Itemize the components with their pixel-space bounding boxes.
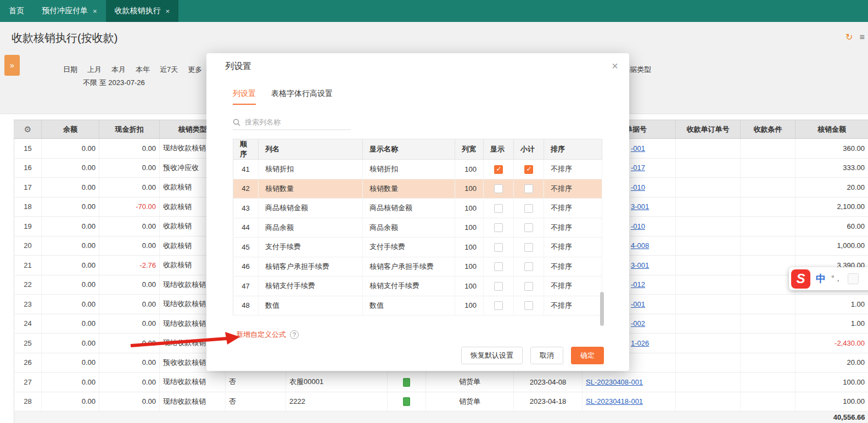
cell-sort[interactable]: 不排序	[544, 179, 602, 199]
header-balance[interactable]: 余额	[42, 120, 99, 139]
show-checkbox[interactable]	[494, 243, 503, 252]
ime-logo-icon[interactable]: S	[791, 269, 810, 289]
doc-no-link[interactable]: SL-20230408-001	[586, 378, 643, 386]
cell-display-name[interactable]: 数值	[363, 296, 455, 315]
cell-cash-discount: 0.00	[99, 217, 160, 236]
menu-icon[interactable]: ≡	[859, 32, 864, 42]
table-row[interactable]: 28 0.00 0.00 现结收款核销 否 2222 销货单 2023-04-1…	[14, 392, 868, 411]
subtotal-checkbox[interactable]	[524, 184, 533, 193]
header-cash-discount[interactable]: 现金折扣	[99, 120, 160, 139]
help-icon[interactable]: ?	[290, 330, 299, 339]
cell-writeoff-amount: 20.00	[796, 178, 868, 198]
refresh-icon[interactable]: ↻	[845, 32, 853, 42]
doc-no-link[interactable]: SL-20230418-001	[586, 397, 643, 405]
subtotal-checkbox[interactable]	[524, 223, 533, 232]
gear-icon[interactable]: ⚙	[24, 125, 31, 134]
cell-display-name[interactable]: 核销客户承担手续费	[363, 257, 455, 277]
filter-last-7-days[interactable]: 近7天	[160, 65, 178, 75]
cell-display-name[interactable]: 商品余额	[363, 218, 455, 238]
scrollbar-thumb[interactable]	[600, 292, 604, 326]
show-checkbox[interactable]	[494, 301, 503, 310]
cell-cash-discount: 0.00	[99, 334, 160, 353]
cell-sort[interactable]: 不排序	[544, 296, 602, 315]
ime-language-toggle[interactable]: 中	[816, 272, 826, 285]
subtotal-checkbox[interactable]	[524, 301, 533, 310]
cell-width[interactable]: 100	[455, 218, 484, 238]
cell-sort[interactable]: 不排序	[544, 257, 602, 277]
show-checkbox[interactable]	[494, 282, 503, 291]
cell-display-name[interactable]: 商品核销金额	[363, 199, 455, 218]
header-receipt-condition[interactable]: 收款条件	[741, 120, 796, 139]
filter-more[interactable]: 更多	[188, 65, 202, 75]
cell-order-no	[676, 314, 741, 334]
show-checkbox[interactable]	[494, 184, 503, 193]
cell-width[interactable]: 100	[455, 277, 484, 296]
search-input[interactable]	[245, 118, 344, 126]
filter-this-month[interactable]: 本月	[111, 65, 126, 75]
cell-width[interactable]: 100	[455, 257, 484, 277]
header-writeoff-amount[interactable]: 核销金额	[796, 120, 868, 139]
cell-width[interactable]: 100	[455, 160, 484, 179]
subtotal-checkbox[interactable]	[524, 204, 533, 213]
column-setting-row[interactable]: 42 核销数量 核销数量 100 不排序	[233, 179, 602, 199]
show-checkbox[interactable]	[494, 223, 503, 232]
column-setting-row[interactable]: 47 核销支付手续费 核销支付手续费 100 不排序	[233, 277, 602, 296]
close-icon[interactable]: ×	[166, 7, 170, 15]
cell-doc-date: 2023-04-08	[514, 373, 583, 392]
tab-home[interactable]: 首页	[0, 0, 33, 22]
table-row[interactable]: 27 0.00 0.00 现结收款核销 否 衣服00001 销货单 2023-0…	[14, 373, 868, 392]
attachment-icon[interactable]	[403, 378, 410, 387]
cell-sort[interactable]: 不排序	[544, 218, 602, 238]
tab-receipt-writeoff[interactable]: 收款核销执行 ×	[106, 0, 179, 22]
cell-sort[interactable]: 不排序	[544, 199, 602, 218]
show-checkbox[interactable]	[494, 204, 503, 213]
cell-display-name[interactable]: 核销折扣	[363, 160, 455, 179]
add-custom-formula-link[interactable]: 新增自定义公式	[236, 330, 286, 340]
cell-sort[interactable]: 不排序	[544, 277, 602, 296]
cell-sort[interactable]: 不排序	[544, 238, 602, 257]
cell-display-name[interactable]: 核销数量	[363, 179, 455, 199]
show-checkbox[interactable]	[494, 262, 503, 271]
column-setting-row[interactable]: 45 支付手续费 支付手续费 100 不排序	[233, 238, 602, 257]
cell-width[interactable]: 100	[455, 199, 484, 218]
confirm-button[interactable]: 确定	[571, 347, 604, 364]
subtotal-checkbox[interactable]	[524, 282, 533, 291]
column-setting-row[interactable]: 43 商品核销金额 商品核销金额 100 不排序	[233, 199, 602, 218]
ime-settings-icon[interactable]	[848, 273, 859, 284]
cell-sort[interactable]: 不排序	[544, 160, 602, 179]
filter-last-month[interactable]: 上月	[87, 65, 102, 75]
restore-defaults-button[interactable]: 恢复默认设置	[461, 347, 523, 364]
close-icon[interactable]: ×	[612, 60, 618, 72]
cell-row-number: 16	[14, 158, 42, 178]
cell-width[interactable]: 100	[455, 238, 484, 257]
cell-display-name[interactable]: 核销支付手续费	[363, 277, 455, 296]
cell-item: 2222	[286, 392, 388, 411]
cell-width[interactable]: 100	[455, 179, 484, 199]
tab-column-settings[interactable]: 列设置	[233, 89, 256, 105]
cell-display-name[interactable]: 支付手续费	[363, 238, 455, 257]
expand-sidebar-button[interactable]: »	[4, 55, 20, 76]
column-setting-row[interactable]: 46 核销客户承担手续费 核销客户承担手续费 100 不排序	[233, 257, 602, 277]
ime-punctuation-icon[interactable]: °，	[831, 274, 842, 284]
show-checkbox[interactable]	[494, 165, 503, 174]
settings-header-row: 顺序 列名 显示名称 列宽 显示 小计 排序	[233, 139, 602, 160]
cell-order-no	[676, 139, 741, 159]
header-sort: 排序	[544, 139, 602, 160]
dialog-header: 列设置 ×	[206, 53, 629, 72]
cell-cash-discount: -2.76	[99, 256, 160, 275]
column-settings-header[interactable]: ⚙	[14, 120, 42, 139]
header-receipt-order-no[interactable]: 收款单订单号	[676, 120, 741, 139]
cancel-button[interactable]: 取消	[530, 347, 563, 364]
filter-this-year[interactable]: 本年	[136, 65, 150, 75]
attachment-icon[interactable]	[403, 397, 410, 406]
column-setting-row[interactable]: 48 数值 数值 100 不排序	[233, 296, 602, 315]
subtotal-checkbox[interactable]	[524, 243, 533, 252]
tab-font-row-height[interactable]: 表格字体行高设置	[271, 89, 333, 105]
subtotal-checkbox[interactable]	[524, 262, 533, 271]
subtotal-checkbox[interactable]	[524, 165, 533, 174]
cell-width[interactable]: 100	[455, 296, 484, 315]
close-icon[interactable]: ×	[93, 7, 97, 15]
column-setting-row[interactable]: 41 核销折扣 核销折扣 100 不排序	[233, 160, 602, 179]
tab-prepay-writeoff[interactable]: 预付冲应付单 ×	[33, 0, 106, 22]
column-setting-row[interactable]: 44 商品余额 商品余额 100 不排序	[233, 218, 602, 238]
